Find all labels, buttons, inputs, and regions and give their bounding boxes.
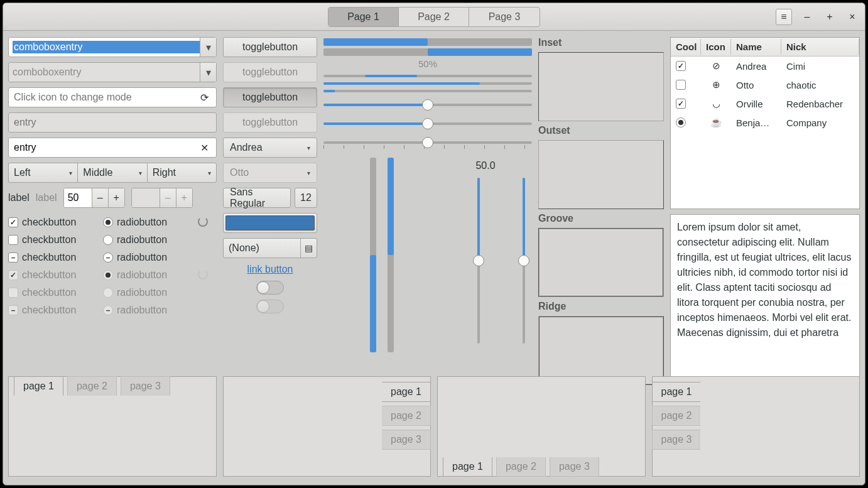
th-icon[interactable]: Icon (701, 39, 731, 55)
spin-down-icon[interactable]: – (92, 188, 108, 207)
entry-with-icon[interactable]: ⟳ (8, 87, 217, 107)
scale-horizontal-1[interactable] (323, 99, 532, 111)
th-cool[interactable]: Cool (671, 39, 701, 55)
progress-text-label: 50% (323, 58, 532, 69)
label-enabled: label (8, 192, 30, 203)
menu-button[interactable]: ≡ (776, 9, 792, 25)
spinbutton-enabled[interactable]: – + (63, 188, 125, 208)
scale-horizontal-ticks[interactable] (323, 136, 532, 149)
frame-inset (538, 52, 664, 121)
linked-middle[interactable]: Middle▾ (77, 163, 146, 183)
table-row[interactable]: ⊕Ottochaotic (671, 75, 859, 94)
chevron-down-icon: ▾ (69, 170, 72, 176)
radiobutton-unchecked[interactable]: radiobutton (103, 234, 198, 246)
refresh-icon[interactable]: ⟳ (197, 92, 212, 104)
column-right: Cool Icon Name Nick ⊘AndreaCimi⊕Ottochao… (670, 37, 860, 385)
combo-name-label: Otto (230, 167, 249, 178)
nb-top-tab1[interactable]: page 1 (14, 376, 63, 396)
spin-up-icon: + (176, 188, 192, 207)
textview[interactable]: Lorem ipsum dolor sit amet, consectetur … (670, 214, 860, 385)
comboboxentry-enabled[interactable]: comboboxentry ▾ (8, 37, 217, 57)
chevron-down-icon[interactable]: ▾ (200, 38, 216, 57)
table-row[interactable]: ⊘AndreaCimi (671, 57, 859, 75)
nb-left-tab2[interactable]: page 2 (652, 406, 701, 426)
frame-outset (538, 140, 664, 209)
radiobutton-disabled-checked: radiobutton (103, 269, 198, 281)
font-name-button[interactable]: Sans Regular (223, 188, 291, 208)
combo-name-enabled[interactable]: Andrea▾ (223, 138, 317, 158)
nb-top-tab2[interactable]: page 2 (67, 376, 117, 396)
nb-bottom-tab3[interactable]: page 3 (550, 457, 599, 477)
color-button[interactable] (223, 213, 317, 233)
nb-right-tab2[interactable]: page 2 (382, 406, 431, 426)
checkbutton-checked[interactable]: checkbutton (8, 217, 103, 228)
link-button[interactable]: link button (244, 263, 297, 276)
row-radio[interactable] (676, 117, 686, 127)
font-size-button[interactable]: 12 (295, 188, 317, 208)
row-checkbox[interactable] (676, 99, 686, 109)
radio-label: radiobutton (117, 305, 167, 316)
entry-with-clear-input[interactable] (13, 141, 197, 154)
radiobutton-disabled-unchecked: radiobutton (103, 287, 198, 298)
togglebutton-pressed[interactable]: togglebutton (223, 87, 317, 107)
spinbutton-disabled: – + (131, 188, 193, 208)
progressbar-vertical-2 (388, 158, 394, 352)
scale-vertical-1[interactable]: 50.0 (473, 178, 484, 344)
row-icon: ☕ (701, 117, 731, 128)
linked-left[interactable]: Left▾ (8, 163, 77, 183)
comboboxentry-disabled-text: comboboxentry (13, 67, 212, 78)
checkbutton-disabled-unchecked: checkbutton (8, 287, 103, 298)
entry-with-icon-input[interactable] (13, 91, 197, 104)
treeview[interactable]: Cool Icon Name Nick ⊘AndreaCimi⊕Ottochao… (670, 37, 860, 209)
spinbutton-enabled-input[interactable] (64, 188, 92, 207)
table-row[interactable]: ☕Benja…Company (671, 113, 859, 132)
checkbutton-inconsistent[interactable]: checkbutton (8, 252, 103, 263)
clear-icon[interactable]: ✕ (197, 142, 212, 154)
top-area: comboboxentry ▾ comboboxentry ▾ ⟳ ✕ (8, 37, 860, 370)
font-button[interactable]: Sans Regular 12 (223, 188, 317, 208)
entry-with-clear[interactable]: ✕ (8, 138, 217, 158)
radiobutton-inconsistent[interactable]: radiobutton (103, 252, 198, 263)
column-frames: Inset Outset Groove Ridge (538, 37, 664, 385)
nb-right-tab1[interactable]: page 1 (382, 382, 431, 402)
maximize-button[interactable]: + (822, 9, 837, 24)
check-icon (676, 61, 686, 71)
row-checkbox[interactable] (676, 61, 686, 71)
frame-ridge (538, 316, 664, 385)
stack-tab-page1[interactable]: Page 1 (328, 8, 399, 26)
scale-horizontal-2[interactable] (323, 117, 532, 130)
open-folder-icon[interactable]: ▤ (300, 239, 317, 258)
spin-up-icon[interactable]: + (108, 188, 124, 207)
nb-top-tab3[interactable]: page 3 (121, 376, 170, 396)
stack-tab-page3[interactable]: Page 3 (469, 8, 540, 26)
close-button[interactable]: × (845, 9, 860, 24)
togglebutton-normal[interactable]: togglebutton (223, 37, 317, 57)
nb-right-tab3[interactable]: page 3 (382, 430, 431, 450)
stack-switcher: Page 1 Page 2 Page 3 (328, 7, 540, 27)
application-window: Page 1 Page 2 Page 3 ≡ – + × combobo (3, 3, 865, 485)
th-nick[interactable]: Nick (781, 39, 859, 55)
file-chooser-button[interactable]: (None) ▤ (223, 238, 317, 258)
radio-label: radiobutton (117, 217, 167, 228)
radiobutton-checked[interactable]: radiobutton (103, 217, 198, 228)
nb-left-tab1[interactable]: page 1 (652, 382, 701, 402)
nb-bottom-tab1[interactable]: page 1 (443, 457, 492, 477)
frame-groove-label: Groove (538, 213, 664, 224)
row-checkbox[interactable] (676, 80, 686, 90)
check-icon (8, 270, 18, 280)
nb-bottom-tab2[interactable]: page 2 (496, 457, 546, 477)
scale-vertical-2[interactable] (518, 178, 529, 344)
switch-enabled[interactable] (256, 281, 284, 295)
checkbutton-unchecked[interactable]: checkbutton (8, 234, 103, 246)
table-row[interactable]: ◡OrvilleRedenbacher (671, 94, 859, 113)
th-name[interactable]: Name (731, 39, 781, 55)
stack-tab-page2[interactable]: Page 2 (399, 8, 469, 26)
chevron-down-icon: ▾ (307, 144, 310, 151)
minimize-button[interactable]: – (800, 9, 815, 24)
check-label: checkbutton (22, 287, 76, 298)
label-row: label label – + – + (8, 188, 217, 208)
spinner-enabled (198, 217, 217, 228)
row-name: Benja… (731, 117, 781, 128)
nb-left-tab3[interactable]: page 3 (652, 430, 701, 450)
linked-right[interactable]: Right▾ (147, 163, 217, 183)
